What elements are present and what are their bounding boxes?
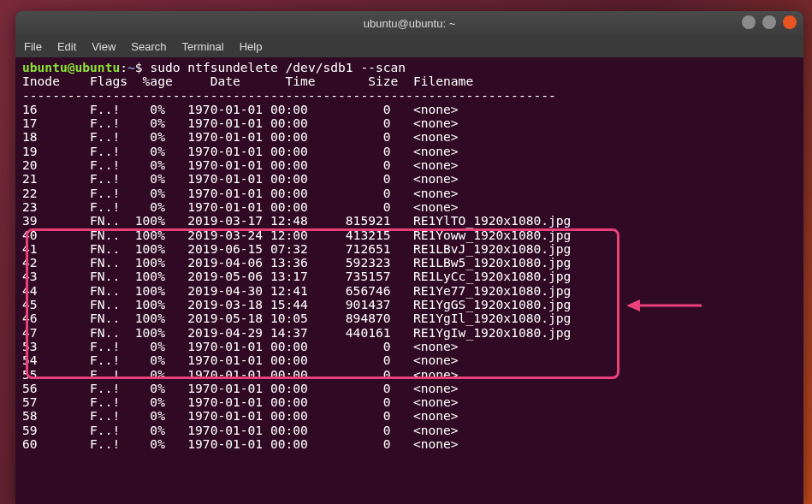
titlebar[interactable]: ubuntu@ubuntu: ~ [15,11,803,35]
close-button[interactable] [783,15,797,29]
minimize-button[interactable] [742,15,756,29]
terminal-content[interactable]: ubuntu@ubuntu:~$ sudo ntfsundelete /dev/… [15,57,803,454]
maximize-button[interactable] [762,15,776,29]
menu-terminal[interactable]: Terminal [182,40,224,53]
terminal-window: ubuntu@ubuntu: ~ File Edit View Search T… [15,11,803,504]
menubar: File Edit View Search Terminal Help [15,35,803,57]
window-title: ubuntu@ubuntu: ~ [364,17,456,30]
menu-search[interactable]: Search [131,40,166,53]
menu-file[interactable]: File [24,40,42,53]
menu-view[interactable]: View [92,40,116,53]
window-controls [742,15,797,29]
menu-help[interactable]: Help [240,40,263,53]
menu-edit[interactable]: Edit [57,40,76,53]
